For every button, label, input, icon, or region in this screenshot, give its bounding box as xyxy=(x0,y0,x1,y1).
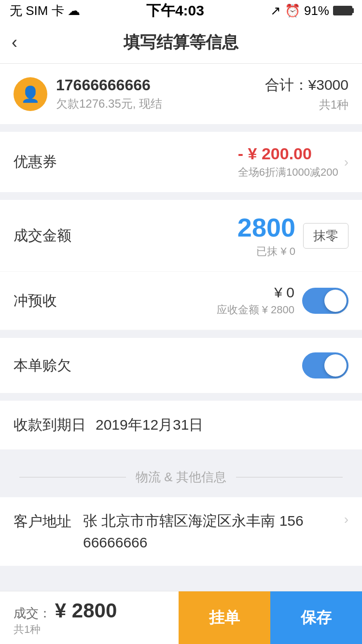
total-label: 合计： xyxy=(265,77,308,93)
coupon-row[interactable]: 优惠券 - ¥ 200.00 全场6折满1000减200 › xyxy=(0,132,362,192)
precharge-main-amount: ¥ 0 xyxy=(217,284,294,301)
total-amount: 合计：¥3000 xyxy=(265,75,348,95)
address-value: 张 北京市市辖区海淀区永丰南 156 66666666 xyxy=(83,510,344,553)
user-right: 合计：¥3000 共1种 xyxy=(265,75,348,112)
user-row: 👤 17666666666 欠款1276.35元, 现结 合计：¥3000 共1… xyxy=(0,64,362,124)
coupon-desc: 全场6折满1000减200 xyxy=(238,165,338,180)
back-button[interactable]: ‹ xyxy=(12,32,17,53)
deal-amount-section: 成交金额 2800 已抹 ¥ 0 抹零 冲预收 ¥ 0 应收金额 ¥ 2800 xyxy=(0,200,362,330)
deal-amount-value: 2800 xyxy=(237,212,295,242)
user-phone: 17666666666 xyxy=(56,76,162,94)
precharge-row: 冲预收 ¥ 0 应收金额 ¥ 2800 xyxy=(0,272,362,330)
bottom-deal-label: 成交： xyxy=(14,606,51,620)
address-row[interactable]: 客户地址 张 北京市市辖区海淀区永丰南 156 66666666 › xyxy=(0,497,362,566)
coupon-right: - ¥ 200.00 全场6折满1000减200 › xyxy=(238,144,348,180)
coupon-amount: - ¥ 200.00 xyxy=(238,144,338,163)
precharge-sub-amount: 应收金额 ¥ 2800 xyxy=(217,303,294,317)
page-title: 填写结算等信息 xyxy=(124,31,238,54)
precharge-right: ¥ 0 应收金额 ¥ 2800 xyxy=(217,284,348,317)
deal-amount-label: 成交金额 xyxy=(14,226,71,246)
total-value: ¥3000 xyxy=(308,77,348,93)
due-date-value: 2019年12月31日 xyxy=(96,415,203,435)
address-arrow-icon: › xyxy=(344,510,348,527)
bottom-summary: 成交： ¥ 2800 共1种 xyxy=(0,599,179,637)
location-icon: ↗ xyxy=(270,3,281,18)
bottom-deal-line: 成交： ¥ 2800 xyxy=(14,599,165,622)
debt-row: 本单赊欠 xyxy=(0,338,362,393)
user-info: 17666666666 欠款1276.35元, 现结 xyxy=(56,76,162,112)
debt-section: 本单赊欠 xyxy=(0,338,362,393)
status-time: 下午4:03 xyxy=(146,1,204,21)
status-bar: 无 SIM 卡 ☁ 下午4:03 ↗ ⏰ 91% xyxy=(0,0,362,21)
save-button[interactable]: 保存 xyxy=(270,591,362,644)
coupon-arrow-icon: › xyxy=(344,154,348,170)
debt-toggle-knob xyxy=(324,354,347,377)
toggle-knob xyxy=(324,290,347,312)
item-count: 共1种 xyxy=(265,97,348,112)
deal-amount-sub: 已抹 ¥ 0 xyxy=(237,244,295,259)
battery-icon xyxy=(333,6,352,15)
precharge-amounts: ¥ 0 应收金额 ¥ 2800 xyxy=(217,284,294,317)
alarm-icon: ⏰ xyxy=(285,3,300,18)
avatar: 👤 xyxy=(14,77,47,111)
status-right: ↗ ⏰ 91% xyxy=(270,3,352,18)
content-area: 👤 17666666666 欠款1276.35元, 现结 合计：¥3000 共1… xyxy=(0,64,362,644)
due-date-row: 收款到期日 2019年12月31日 xyxy=(0,401,362,449)
user-sub-text: 欠款1276.35元, 现结 xyxy=(56,96,162,112)
due-date-label: 收款到期日 xyxy=(14,415,86,435)
bottom-amount: ¥ 2800 xyxy=(55,599,117,622)
user-left: 👤 17666666666 欠款1276.35元, 现结 xyxy=(14,76,162,112)
precharge-toggle[interactable] xyxy=(302,288,348,314)
coupon-label: 优惠券 xyxy=(14,152,57,172)
section-line-right xyxy=(236,477,343,477)
logistics-section-header: 物流 & 其他信息 xyxy=(0,457,362,497)
battery-percent: 91% xyxy=(304,3,329,18)
hang-order-button[interactable]: 挂单 xyxy=(179,591,270,644)
status-left: 无 SIM 卡 ☁ xyxy=(10,2,80,19)
deal-amount-row: 成交金额 2800 已抹 ¥ 0 抹零 xyxy=(0,200,362,272)
deal-amount-right: 2800 已抹 ¥ 0 抹零 xyxy=(237,212,348,259)
address-label: 客户地址 xyxy=(14,510,71,532)
section-line-left xyxy=(19,477,126,477)
precharge-label: 冲预收 xyxy=(14,291,57,311)
sim-text: 无 SIM 卡 ☁ xyxy=(10,2,80,19)
section-header-text: 物流 & 其他信息 xyxy=(136,469,226,486)
bottom-bar: 成交： ¥ 2800 共1种 挂单 保存 xyxy=(0,591,362,644)
nav-bar: ‹ 填写结算等信息 xyxy=(0,21,362,64)
round-zero-button[interactable]: 抹零 xyxy=(303,223,348,249)
bottom-count: 共1种 xyxy=(14,622,165,637)
debt-label: 本单赊欠 xyxy=(14,356,71,376)
user-info-card: 👤 17666666666 欠款1276.35元, 现结 合计：¥3000 共1… xyxy=(0,64,362,124)
debt-toggle[interactable] xyxy=(302,352,348,378)
